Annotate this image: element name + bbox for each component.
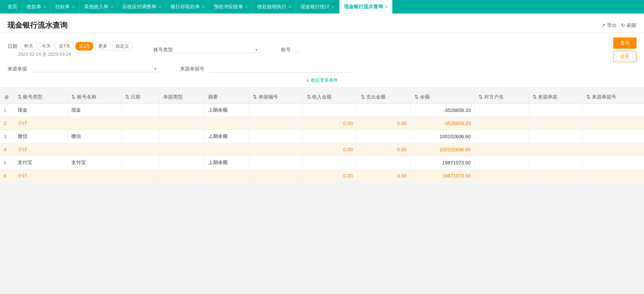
col-counterparty[interactable]: ⇅ 对方户名 [474, 91, 528, 104]
close-icon[interactable]: × [202, 4, 204, 9]
refresh-button[interactable]: ↻ 刷新 [621, 22, 636, 29]
col-expense[interactable]: ⇅ 支出金额 [357, 91, 411, 104]
data-table: ⚙ ⇅ 账号类型 ⇅ 账号名称 ⇅ 日期 单据类型 摘要 ⇅ 单据编号 ⇅ 收入… [0, 91, 644, 182]
chevron-down-icon-2: ▼ [153, 67, 158, 71]
account-more-btn[interactable]: ... [295, 47, 299, 53]
filter-row-1: 日期 昨天 今天 近7天 近1月 更多 自定义 2023-02-24 至 202… [8, 37, 636, 62]
header-actions: ↗ 导出 ↻ 刷新 [601, 22, 636, 29]
refresh-icon: ↻ [621, 22, 625, 28]
date-btn-yesterday[interactable]: 昨天 [21, 42, 37, 51]
col-date[interactable]: ⇅ 日期 [121, 91, 159, 104]
col-source-doc[interactable]: ⇅ 来源单据 [528, 91, 582, 104]
table-container: ⚙ ⇅ 账号类型 ⇅ 账号名称 ⇅ 日期 单据类型 摘要 ⇅ 单据编号 ⇅ 收入… [0, 91, 644, 182]
col-source-doc-no[interactable]: ⇅ 来源单据号 [582, 91, 644, 104]
top-nav: 首页 收款单 × 付款单 × 其他收入单 × 应收应付调整单 × 银行存取款单 … [0, 0, 644, 13]
nav-item-payment[interactable]: 付款单 × [51, 0, 79, 13]
col-doc-no[interactable]: ⇅ 单据编号 [249, 91, 303, 104]
col-summary: 摘要 [204, 91, 249, 104]
source-doc-select[interactable]: ▼ [32, 66, 159, 72]
nav-item-ar-adjust[interactable]: 应收应付调整单 × [118, 0, 166, 13]
table-body: 1现金现金上期余额-3528659.332小计0.000.00-3528659.… [0, 104, 644, 182]
date-btn-7days[interactable]: 近7天 [56, 42, 74, 51]
close-icon[interactable]: × [111, 4, 113, 9]
close-icon[interactable]: × [72, 4, 74, 9]
settings-button[interactable]: 设置 [613, 51, 636, 62]
date-btn-today[interactable]: 今天 [38, 42, 54, 51]
table-header: ⚙ ⇅ 账号类型 ⇅ 账号名称 ⇅ 日期 单据类型 摘要 ⇅ 单据编号 ⇅ 收入… [0, 91, 644, 104]
nav-item-bank-stats[interactable]: 现金银行统计 × [296, 0, 339, 13]
source-doc-no-input[interactable] [209, 65, 351, 73]
nav-item-collection[interactable]: 收款核销执行 × [253, 0, 296, 13]
source-doc-no-label: 来源单据号 [180, 66, 204, 72]
close-icon[interactable]: × [245, 4, 248, 9]
date-options: 昨天 今天 近7天 近1月 更多 自定义 [21, 42, 132, 51]
export-button[interactable]: ↗ 导出 [601, 22, 617, 29]
col-balance[interactable]: ⇅ 余额 [411, 91, 475, 104]
account-type-label: 账号类型 [153, 46, 173, 53]
nav-item-prepay[interactable]: 预收冲应收单 × [209, 0, 252, 13]
export-icon: ↗ [601, 22, 605, 28]
close-icon[interactable]: × [289, 4, 291, 9]
close-icon[interactable]: × [44, 4, 46, 9]
nav-item-home[interactable]: 首页 [3, 0, 22, 13]
close-icon[interactable]: × [385, 4, 387, 9]
col-income[interactable]: ⇅ 收入金额 [303, 91, 357, 104]
page-title: 现金银行流水查询 [8, 20, 68, 30]
nav-item-receipt[interactable]: 收款单 × [22, 0, 51, 13]
filter-row-2: 来源单据 ▼ 来源单据号 [8, 65, 636, 73]
table-row: 5支付宝支付宝上期余额19871073.60 [0, 156, 644, 169]
table-row: 2小计0.000.00-3528659.33 [0, 117, 644, 130]
account-label: 账号 [281, 46, 291, 53]
table-row: 4小计0.000.00100102606.60 [0, 143, 644, 156]
collapse-up-icon: ∧ [306, 78, 309, 83]
account-type-select[interactable]: ▼ [177, 47, 260, 53]
source-doc-label: 来源单据 [8, 66, 27, 72]
close-icon[interactable]: × [332, 4, 334, 9]
nav-item-bank-flow[interactable]: 现金银行流水查询 × [339, 0, 392, 13]
page-header: 现金银行流水查询 ↗ 导出 ↻ 刷新 [0, 13, 644, 33]
close-icon[interactable]: × [159, 4, 161, 9]
col-gear[interactable]: ⚙ [0, 91, 14, 104]
col-account-name[interactable]: ⇅ 账号名称 [68, 91, 122, 104]
date-btn-more[interactable]: 更多 [95, 42, 111, 51]
date-btn-custom[interactable]: 自定义 [112, 42, 132, 51]
table-row: 3微信微信上期余额100102606.60 [0, 130, 644, 143]
filter-area: 日期 昨天 今天 近7天 近1月 更多 自定义 2023-02-24 至 202… [0, 33, 644, 88]
nav-item-other-income[interactable]: 其他收入单 × [80, 0, 118, 13]
collapse-bar[interactable]: ∧ 收起更多条件 [8, 76, 636, 84]
col-account-type[interactable]: ⇅ 账号类型 [14, 91, 68, 104]
date-range: 2023-02-24 至 2023-03-24 [18, 51, 71, 58]
date-btn-1month[interactable]: 近1月 [75, 42, 94, 51]
date-label: 日期 [8, 43, 17, 50]
chevron-down-icon: ▼ [254, 48, 258, 52]
col-doc-type: 单据类型 [159, 91, 204, 104]
table-row: 1现金现金上期余额-3528659.33 [0, 104, 644, 117]
nav-item-bank-deposit[interactable]: 银行存取款单 × [166, 0, 209, 13]
search-button[interactable]: 查询 [613, 37, 636, 49]
table-row: 6小计0.000.0019871073.60 [0, 169, 644, 182]
